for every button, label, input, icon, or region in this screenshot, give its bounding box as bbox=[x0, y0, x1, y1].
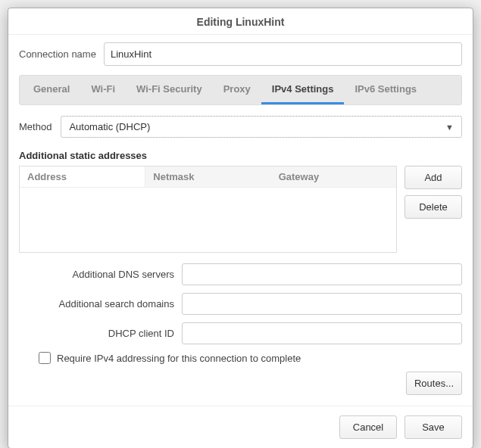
routes-row: Routes... bbox=[19, 372, 462, 395]
dns-row: Additional DNS servers bbox=[19, 263, 462, 285]
dhcp-id-row: DHCP client ID bbox=[19, 322, 462, 344]
connection-name-input[interactable] bbox=[104, 42, 462, 66]
search-domains-label: Additional search domains bbox=[19, 298, 182, 310]
tab-wifi[interactable]: Wi-Fi bbox=[80, 76, 126, 104]
connection-name-row: Connection name bbox=[19, 42, 462, 66]
tabs: General Wi-Fi Wi-Fi Security Proxy IPv4 … bbox=[19, 75, 462, 105]
method-value: Automatic (DHCP) bbox=[69, 121, 150, 132]
connection-name-label: Connection name bbox=[19, 48, 96, 60]
tab-proxy[interactable]: Proxy bbox=[213, 76, 261, 104]
col-netmask: Netmask bbox=[145, 166, 270, 187]
edit-connection-dialog: Editing LinuxHint Connection name Genera… bbox=[8, 8, 473, 448]
method-label: Method bbox=[19, 121, 52, 132]
tab-general[interactable]: General bbox=[23, 76, 80, 104]
save-button[interactable]: Save bbox=[404, 415, 462, 439]
require-ipv4-checkbox[interactable] bbox=[39, 352, 51, 364]
addresses-header: Address Netmask Gateway bbox=[20, 166, 396, 188]
dialog-footer: Cancel Save bbox=[8, 406, 473, 448]
chevron-down-icon: ▼ bbox=[445, 123, 454, 132]
add-button[interactable]: Add bbox=[404, 166, 462, 189]
tab-wifi-security[interactable]: Wi-Fi Security bbox=[126, 76, 213, 104]
method-row: Method Automatic (DHCP) ▼ bbox=[19, 116, 462, 138]
cancel-button[interactable]: Cancel bbox=[339, 415, 397, 439]
dialog-title: Editing LinuxHint bbox=[8, 8, 473, 35]
delete-button[interactable]: Delete bbox=[404, 195, 462, 219]
routes-button[interactable]: Routes... bbox=[406, 372, 462, 395]
search-domains-input[interactable] bbox=[182, 293, 462, 315]
dns-input[interactable] bbox=[182, 263, 462, 285]
dns-label: Additional DNS servers bbox=[19, 269, 182, 280]
tab-ipv6-settings[interactable]: IPv6 Settings bbox=[344, 76, 427, 104]
col-address: Address bbox=[20, 166, 145, 187]
addresses-row: Address Netmask Gateway Add Delete bbox=[19, 166, 462, 253]
addresses-buttons: Add Delete bbox=[404, 166, 462, 253]
require-ipv4-label: Require IPv4 addressing for this connect… bbox=[57, 353, 301, 364]
col-gateway: Gateway bbox=[271, 166, 396, 187]
addresses-table[interactable]: Address Netmask Gateway bbox=[19, 166, 397, 253]
dhcp-id-input[interactable] bbox=[182, 322, 462, 344]
method-select[interactable]: Automatic (DHCP) ▼ bbox=[61, 116, 462, 138]
addresses-section-label: Additional static addresses bbox=[19, 150, 462, 161]
tab-ipv4-settings[interactable]: IPv4 Settings bbox=[261, 76, 345, 104]
require-ipv4-row: Require IPv4 addressing for this connect… bbox=[39, 352, 462, 364]
search-domains-row: Additional search domains bbox=[19, 293, 462, 315]
dhcp-id-label: DHCP client ID bbox=[19, 328, 182, 339]
